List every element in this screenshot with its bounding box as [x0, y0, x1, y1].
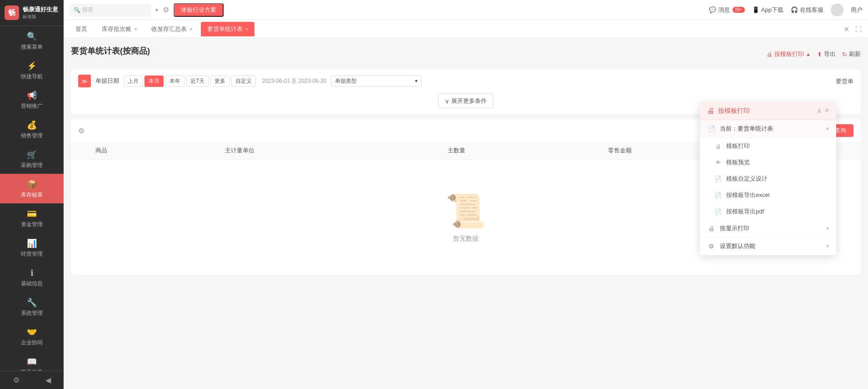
tab-batch-account[interactable]: 库存批次账 × [95, 22, 143, 36]
sidebar-item-label-purchase: 采购管理 [21, 162, 43, 169]
export-pdf-label: 按模板导出pdf [726, 207, 764, 216]
date-btn-custom[interactable]: 自定义 [231, 76, 256, 87]
dropdown-item-export-pdf[interactable]: 📄 按模板导出pdf [700, 203, 836, 220]
dropdown-item-template-design[interactable]: 📄 模板自定义设计 [700, 171, 836, 187]
tab-batch-account-close[interactable]: × [134, 26, 137, 32]
export-icon: ⬆ [817, 51, 822, 58]
filter-expand-button[interactable]: ≫ [78, 75, 91, 87]
search-placeholder-text: 搜索 [82, 6, 93, 14]
date-btn-this-year[interactable]: 本年 [165, 76, 185, 87]
expand-more-button[interactable]: ∨ 展开更多条件 [438, 94, 494, 108]
date-btn-this-month[interactable]: 本月 [145, 76, 164, 87]
inventory-icon: 📦 [27, 179, 37, 189]
dropdown-print-icon: 🖨 [707, 107, 714, 115]
date-buttons: 上月 本月 本年 近7天 更多 自定义 [124, 76, 256, 87]
purchase-icon: 🛒 [27, 150, 37, 160]
trial-button[interactable]: 体验行业方案 [174, 3, 224, 17]
date-btn-last-7days[interactable]: 近7天 [186, 76, 209, 87]
sidebar-item-enterprise[interactable]: 🤝 企业协同 [0, 322, 64, 351]
online-service-label: 在线客服 [800, 6, 823, 14]
export-button[interactable]: ⬆ 导出 [817, 50, 836, 58]
table-settings-icon[interactable]: ⚙ [78, 126, 85, 135]
sidebar-item-finance[interactable]: 💳 资金管理 [0, 203, 64, 233]
messages-button[interactable]: 💬 消息 99+ [709, 6, 745, 14]
table-col-quantity: 主数量 [441, 142, 602, 160]
refresh-button[interactable]: ↻ 刷新 [842, 50, 861, 58]
sidebar-item-label-marketing: 营销推广 [21, 102, 43, 110]
empty-text: 暂无数据 [453, 235, 479, 243]
tab-order-summary-close[interactable]: × [245, 26, 248, 32]
print-dropdown-panel: 🖨 按模板打印 ∧ × 📄 当前：要货单统计表 ▾ 🖨 模板打印 � [700, 102, 836, 255]
tab-receipt-summary[interactable]: 收发存汇总表 × [145, 22, 199, 36]
sidebar-item-system[interactable]: 🔧 系统管理 [0, 292, 64, 322]
date-btn-last-month[interactable]: 上月 [124, 76, 143, 87]
messages-label: 消息 [718, 6, 730, 14]
app-logo-text: 畅康通好生意 标准版 [23, 6, 58, 20]
date-range-text: 2023-06-01 至 2023-06-30 [262, 77, 326, 85]
dropdown-current-label: 当前：要货单统计表 [720, 125, 773, 133]
sidebar-item-search[interactable]: 🔍 搜索菜单 [0, 26, 64, 56]
tab-home[interactable]: 首页 [69, 22, 94, 36]
user-name: 用户 [851, 6, 863, 14]
enterprise-icon: 🤝 [27, 327, 37, 337]
export-pdf-icon: 📄 [714, 208, 722, 215]
default-settings-arrow: ▾ [826, 243, 829, 249]
collapse-icon[interactable]: ◀ [45, 376, 51, 384]
goods-label: 要货单 [836, 78, 853, 85]
marketing-icon: 📢 [27, 91, 37, 101]
window-close-icon[interactable]: ✕ [843, 25, 851, 33]
topbar-chevron-icon[interactable]: ▾ [155, 7, 158, 13]
online-service-button[interactable]: 🎧 在线客服 [791, 6, 823, 14]
sidebar-item-guide[interactable]: 📖 新手引导 [0, 351, 64, 371]
tab-home-label: 首页 [75, 25, 87, 33]
sidebar-bottom: ⚙ ◀ [0, 371, 64, 389]
sidebar-item-marketing[interactable]: 📢 营销推广 [0, 85, 64, 115]
window-maximize-icon[interactable]: ⛶ [854, 25, 863, 33]
dropdown-current-arrow: ▾ [826, 126, 829, 132]
sidebar-item-label-system: 系统管理 [21, 309, 43, 317]
dropdown-item-template-print[interactable]: 🖨 模板打印 [700, 138, 836, 154]
sidebar-item-purchase[interactable]: 🛒 采购管理 [0, 144, 64, 174]
sidebar-item-label-finance: 资金管理 [21, 221, 43, 228]
print-template-button[interactable]: 🖨 按模板打印 ▲ [767, 50, 811, 58]
default-settings-icon: ⚙ [707, 242, 715, 250]
topbar-search[interactable]: 🔍 搜索 [69, 4, 151, 16]
guide-icon: 📖 [27, 357, 37, 367]
sidebar-logo: 畅 畅康通好生意 标准版 [0, 0, 64, 26]
sidebar-item-label-enterprise: 企业协同 [21, 339, 43, 347]
sidebar: 畅 畅康通好生意 标准版 🔍 搜索菜单 ⚡ 快捷导航 📢 营销推广 💰 销售管理… [0, 0, 64, 389]
export-excel-label: 按模板导出excel [726, 191, 769, 199]
tab-order-summary-label: 要货单统计表 [207, 25, 243, 33]
table-col-goods: 商品 [89, 142, 219, 160]
dropdown-item-template-preview[interactable]: 👁 模板预览 [700, 154, 836, 171]
refresh-icon: ↻ [842, 51, 847, 58]
basic-info-icon: ℹ [30, 268, 34, 278]
tab-order-summary[interactable]: 要货单统计表 × [201, 22, 254, 36]
dropdown-item-default-settings[interactable]: ⚙ 设置默认功能 ▾ [700, 237, 836, 255]
empty-illustration: 📜 [445, 192, 486, 230]
finance-icon: 💳 [27, 209, 37, 219]
sidebar-item-inventory[interactable]: 📦 库存核算 [0, 174, 64, 203]
settings-icon[interactable]: ⚙ [13, 376, 20, 384]
topbar-gear-icon[interactable]: ⚙ [163, 5, 169, 14]
dropdown-collapse-icon[interactable]: ∧ [817, 106, 822, 115]
dropdown-close-icon[interactable]: × [825, 106, 829, 115]
display-print-label: 按显示打印 [720, 224, 749, 232]
date-btn-more[interactable]: 更多 [210, 76, 229, 87]
dropdown-item-display-print[interactable]: 🖨 按显示打印 ▾ [700, 220, 836, 237]
tab-receipt-summary-close[interactable]: × [190, 26, 192, 32]
page-content: 要货单统计表(按商品) 🖨 按模板打印 ▲ ⬆ 导出 ↻ 刷新 [64, 38, 868, 389]
sidebar-item-sales[interactable]: 💰 销售管理 [0, 115, 64, 144]
sidebar-item-label-guide: 新手引导 [21, 369, 43, 371]
dropdown-item-export-excel[interactable]: 📄 按模板导出excel [700, 187, 836, 203]
sidebar-item-quick-nav[interactable]: ⚡ 快捷导航 [0, 56, 64, 85]
sidebar-item-operation[interactable]: 📊 经营管理 [0, 233, 64, 263]
dropdown-header: 🖨 按模板打印 ∧ × [700, 102, 836, 120]
app-download-button[interactable]: 📱 App下载 [752, 6, 783, 14]
user-avatar[interactable] [831, 4, 843, 16]
dropdown-current-item[interactable]: 📄 当前：要货单统计表 ▾ [700, 120, 836, 138]
headset-icon: 🎧 [791, 6, 798, 13]
sidebar-item-basic-info[interactable]: ℹ 基础信息 [0, 263, 64, 292]
tab-receipt-summary-label: 收发存汇总表 [151, 25, 187, 33]
type-select[interactable]: 单据类型 ▾ [331, 76, 422, 87]
